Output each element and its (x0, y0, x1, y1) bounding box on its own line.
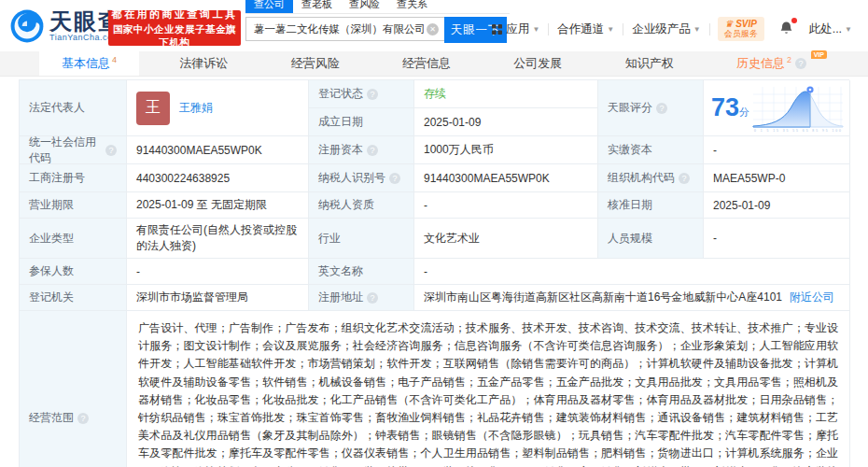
label-text: 天眼评分 (608, 100, 652, 116)
taxpayer-id-value: 91440300MAEA55WP0K (414, 164, 598, 192)
legal-rep-label: 法定代表人 (20, 80, 127, 136)
reg-status-value: 存续 (414, 80, 598, 108)
legal-rep-avatar[interactable]: 王 (136, 92, 170, 125)
tab-label: 历史信息 (736, 55, 785, 72)
reg-address-label: 注册地址? (309, 285, 414, 311)
tab-history-info[interactable]: VIP 历史信息2 ? (714, 51, 829, 76)
reg-address-value: 深圳市南山区粤海街道高新区社区高新南十道16号金地威新中心A座4101 附近公司 (414, 285, 850, 311)
notification-dot (791, 18, 797, 23)
approval-date-label: 核准日期 (598, 192, 704, 219)
vip-tag: VIP (811, 50, 827, 59)
section-tab-bar: 基本信息4 法律诉讼 经营风险 经营信息 公司发展 知识产权 VIP 历史信息2… (0, 51, 868, 77)
business-term-label: 营业期限 (20, 192, 127, 219)
tab-label: 知识产权 (625, 55, 674, 72)
business-reg-no-label: 工商注册号 (20, 164, 127, 192)
business-reg-no-value: 440300224638925 (127, 164, 309, 192)
table-row: 参保人数 - 英文名称 - (20, 259, 849, 285)
chevron-down-icon: ▼ (693, 25, 701, 34)
staff-size-value: - (704, 219, 850, 259)
company-info-table: 法定代表人 王 王雅娟 登记状态 ? 存续 成立日期 2025-01-09 (19, 79, 849, 467)
clear-search-icon[interactable]: ✕ (427, 23, 439, 35)
help-icon[interactable]: ? (679, 173, 690, 184)
top-bar: 天眼查 TianYanCha.com 都在用的商业查询工具 国家中小企业发展子基… (0, 0, 868, 51)
chevron-down-icon: ▼ (532, 25, 539, 34)
search-input[interactable] (245, 17, 444, 41)
help-icon[interactable]: ? (367, 292, 378, 304)
table-row: 法定代表人 王 王雅娟 登记状态 ? 存续 成立日期 2025-01-09 (20, 80, 849, 136)
company-type-value: 有限责任公司(自然人投资或控股的法人独资) (127, 219, 309, 259)
help-icon[interactable]: ? (77, 413, 89, 424)
paid-capital-label: 实缴资本 (598, 136, 704, 164)
legal-rep-name-link[interactable]: 王雅娟 (179, 100, 213, 116)
nearby-companies-link[interactable]: 附近公司 (790, 290, 834, 305)
menu-apps-label: 应用 (506, 21, 529, 37)
tianyancha-logo-icon (9, 8, 45, 44)
establish-date-label: 成立日期 (309, 108, 414, 136)
menu-cooperation[interactable]: 合作通道 ▼ (549, 21, 623, 37)
insured-count-value: - (127, 259, 309, 285)
promo-banner-line1: 都在用的商业查询工具 (108, 7, 241, 21)
search-tab-boss[interactable]: 查老板 (293, 0, 341, 13)
business-scope-label: 经营范围? (20, 311, 127, 467)
help-icon[interactable]: ? (367, 89, 378, 100)
tianyancha-company-page: 天眼查 TianYanCha.com 都在用的商业查询工具 国家中小企业发展子基… (0, 0, 868, 467)
search-tabs: 查公司 查老板 查风险 查关系 (245, 0, 510, 14)
reg-status-label: 登记状态 ? (309, 80, 414, 108)
tab-basic-info[interactable]: 基本信息4 (39, 51, 139, 76)
insured-count-label: 参保人数 (20, 259, 127, 285)
taxpayer-quality-label: 纳税人资质 (309, 192, 414, 219)
business-term-value: 2025-01-09 至 无固定期限 (127, 192, 309, 219)
search-area: 查公司 查老板 查风险 查关系 ✕ 天眼一下 (245, 0, 510, 43)
staff-size-label: 人员规模 (598, 219, 704, 259)
reg-capital-label: 注册资本? (309, 136, 414, 164)
menu-divider (709, 23, 710, 35)
user-account[interactable]: 此处... ▼ (801, 21, 861, 37)
taxpayer-id-label: 纳税人识别号? (309, 164, 414, 192)
score-distribution-chart: 0 1 5 15 35 55 65 85 95 100 (751, 83, 845, 134)
industry-label: 行业 (309, 219, 414, 259)
search-tab-risk[interactable]: 查风险 (341, 0, 388, 13)
registry-authority-label: 登记机关 (20, 285, 127, 311)
tianyancha-logo[interactable]: 天眼查 TianYanCha.com (9, 8, 122, 44)
score-axis-ticks: 0 1 5 15 35 55 65 85 95 100 (754, 129, 841, 133)
help-icon[interactable]: ? (656, 103, 667, 114)
table-row: 登记机关 深圳市市场监督管理局 注册地址? 深圳市南山区粤海街道高新区社区高新南… (20, 285, 849, 311)
table-row: 营业期限 2025-01-09 至 无固定期限 纳税人资质 - 核准日期 202… (20, 192, 849, 219)
address-text: 深圳市南山区粤海街道高新区社区高新南十道16号金地威新中心A座4101 (424, 290, 782, 305)
tab-count: 4 (112, 55, 117, 64)
search-tab-relation[interactable]: 查关系 (388, 0, 436, 13)
notification-bell[interactable] (772, 21, 801, 38)
svip-label: ♛ SVIP (724, 19, 758, 29)
svip-member-badge[interactable]: ♛ SVIP 会员服务 (718, 17, 764, 41)
credit-code-label: 统一社会信用代码? (20, 136, 127, 164)
tab-count: 2 (787, 55, 791, 64)
tab-label: 法律诉讼 (179, 55, 228, 72)
score-label: 天眼评分 ? (598, 80, 704, 136)
org-code-label: 组织机构代码? (598, 164, 704, 192)
tab-operation-risk[interactable]: 经营风险 (269, 51, 362, 76)
tab-label: 基本信息 (62, 55, 110, 72)
help-icon[interactable]: ? (795, 58, 806, 69)
business-scope-value: 广告设计、代理；广告制作；广告发布；组织文化艺术交流活动；技术服务、技术开发、技… (127, 311, 850, 467)
help-icon[interactable]: ? (367, 145, 378, 156)
help-icon[interactable]: ? (389, 173, 400, 184)
tab-intellectual-property[interactable]: 知识产权 (603, 51, 696, 76)
menu-enterprise-products[interactable]: 企业级产品 ▼ (623, 21, 708, 37)
score-value[interactable]: 73分 (704, 80, 850, 136)
chevron-down-icon: ▼ (845, 25, 852, 34)
bell-icon (779, 21, 793, 35)
svip-service-label: 会员服务 (724, 29, 758, 39)
score-unit: 分 (739, 106, 749, 118)
menu-enterprise-label: 企业级产品 (632, 21, 691, 37)
menu-cooperation-label: 合作通道 (557, 21, 604, 37)
establish-date-value: 2025-01-09 (414, 108, 598, 136)
approval-date-value: 2025-01-09 (704, 192, 850, 219)
tab-operation-info[interactable]: 经营信息 (380, 51, 473, 76)
tab-legal-proceedings[interactable]: 法律诉讼 (157, 51, 250, 76)
paid-capital-value: - (704, 136, 850, 164)
help-icon[interactable]: ? (105, 145, 117, 156)
menu-apps[interactable]: 应用 ▼ (483, 21, 548, 37)
english-name-value: - (414, 259, 850, 285)
tab-company-development[interactable]: 公司发展 (491, 51, 584, 76)
search-tab-company[interactable]: 查公司 (245, 0, 293, 13)
